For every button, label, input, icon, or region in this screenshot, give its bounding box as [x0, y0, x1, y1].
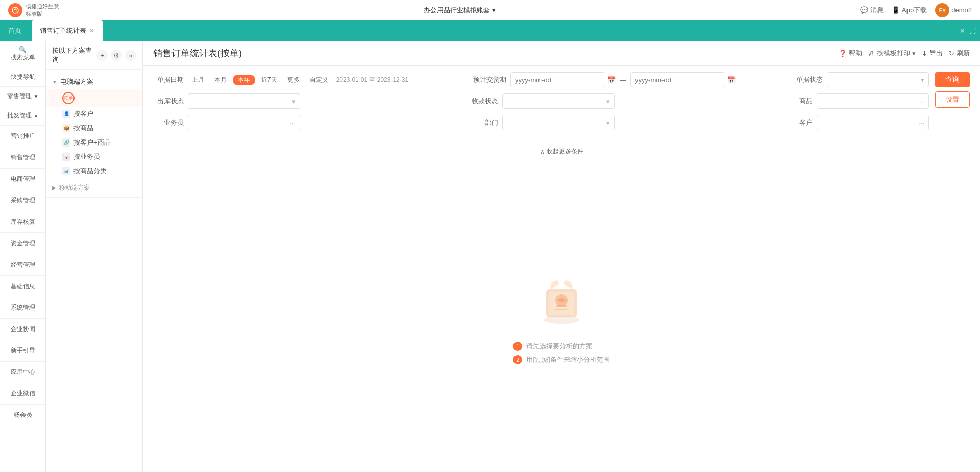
expected-date-to[interactable]: [630, 72, 725, 87]
sidebar-item-retail-label: 零售管理: [7, 92, 32, 101]
sidebar-item-ecommerce[interactable]: 电商管理: [0, 169, 45, 190]
sidebar-search-label: 搜索菜单: [4, 53, 41, 62]
logo-text: 畅捷通好生意 标准版: [26, 3, 59, 17]
collapse-btn[interactable]: ∧ 收起更多条件: [540, 147, 583, 156]
top-bar-right: 💬 消息 📱 App下载 Ea demo2: [860, 3, 972, 17]
sidebar-item-apps[interactable]: 应用中心: [0, 362, 45, 383]
tree-item-by-staff-label: 按业务员: [74, 152, 100, 161]
sidebar-item-wechat[interactable]: 企业微信: [0, 383, 45, 405]
sidebar-item-basic[interactable]: 基础信息: [0, 276, 45, 297]
sidebar-item-system[interactable]: 系统管理: [0, 297, 45, 319]
empty-state: 1 请先选择要分析的方案 2 用[过滤]条件来缩小分析范围: [143, 160, 980, 472]
status-select[interactable]: ▾: [827, 72, 929, 87]
dept-select[interactable]: ▾: [502, 115, 615, 130]
setting-button[interactable]: 设置: [935, 91, 970, 108]
help-btn[interactable]: ❓ 帮助: [839, 49, 862, 58]
sidebar-item-operations[interactable]: 经营管理: [0, 254, 45, 276]
tab-home[interactable]: 首页: [0, 20, 30, 41]
tree-item-by-customer[interactable]: 👤 按客户: [46, 107, 142, 121]
by-staff-icon: 📊: [62, 153, 70, 161]
left-panel-header: 按以下方案查询 + ⚙ «: [46, 41, 142, 70]
sidebar-item-inventory-label: 库存核算: [11, 218, 35, 225]
date-btn-this-month[interactable]: 本月: [210, 75, 231, 85]
sidebar-item-member[interactable]: 畅会员: [0, 405, 45, 426]
sidebar-item-inventory[interactable]: 库存核算: [0, 211, 45, 233]
tree-desktop-section[interactable]: ▼ 电脑端方案: [46, 74, 142, 89]
tree-item-by-order[interactable]: 按单: [46, 89, 142, 107]
export-icon: ⬇: [922, 50, 927, 57]
staff-label: 业务员: [153, 118, 184, 127]
sidebar-item-guide[interactable]: 新手引导: [0, 340, 45, 362]
staff-select[interactable]: ···: [188, 115, 300, 130]
ship-status-select[interactable]: ▾: [188, 93, 300, 109]
search-button[interactable]: 查询: [935, 72, 970, 87]
tab-sales-stats[interactable]: 销售订单统计表 ✕: [32, 20, 103, 41]
date-btn-last-month[interactable]: 上月: [188, 75, 208, 85]
message-btn[interactable]: 💬 消息: [860, 6, 884, 15]
app-download-btn[interactable]: 📱 App下载: [892, 6, 927, 15]
sidebar-item-retail[interactable]: 零售管理 ▼: [0, 87, 45, 106]
sidebar-item-enterprise-label: 企业协同: [11, 325, 35, 333]
tree-section: ▼ 电脑端方案 按单 👤 按客户 📦 按商品: [46, 70, 142, 202]
panel-collapse-btn[interactable]: «: [125, 50, 136, 61]
sidebar-item-wholesale[interactable]: 批发管理 ▲: [0, 106, 45, 126]
payment-arrow: ▾: [606, 98, 610, 105]
sidebar-item-sales[interactable]: 销售管理: [0, 147, 45, 169]
sidebar-item-marketing-label: 营销推广: [11, 132, 35, 139]
page-title-row: 销售订单统计表(按单) ❓ 帮助 🖨 按模板打印 ▾ ⬇: [153, 47, 970, 59]
calendar-icon-from[interactable]: 📅: [607, 76, 616, 84]
customer-select[interactable]: ···: [817, 115, 929, 130]
username: demo2: [951, 6, 972, 14]
date-btn-custom[interactable]: 自定义: [306, 75, 332, 85]
workspace-selector[interactable]: 办公用品行业模拟账套 ▾: [424, 6, 496, 15]
dept-label: 部门: [468, 118, 498, 127]
sidebar-item-purchase[interactable]: 采购管理: [0, 190, 45, 211]
user-profile[interactable]: Ea demo2: [935, 3, 972, 17]
retail-arrow-icon: ▼: [34, 93, 39, 99]
sidebar-quick-nav-label: 快捷导航: [11, 73, 35, 80]
customer-arrow: ···: [919, 119, 924, 127]
tree-item-by-category[interactable]: ⊞ 按商品分类: [46, 164, 142, 178]
product-select[interactable]: ···: [817, 93, 929, 109]
sidebar-item-marketing[interactable]: 营销推广: [0, 126, 45, 147]
collapse-label: 收起更多条件: [547, 147, 583, 156]
window-maximize-btn[interactable]: ⛶: [969, 27, 976, 35]
by-product-icon: 📦: [62, 124, 70, 132]
download-icon: 📱: [892, 6, 900, 14]
collapse-icon: ∧: [540, 148, 545, 155]
tab-close-icon[interactable]: ✕: [89, 27, 94, 34]
print-dropdown-icon[interactable]: ▾: [912, 50, 916, 57]
window-close-btn[interactable]: ✕: [960, 27, 965, 35]
message-icon: 💬: [860, 6, 868, 14]
tree-item-by-staff[interactable]: 📊 按业务员: [46, 150, 142, 164]
page-header: 销售订单统计表(按单) ❓ 帮助 🖨 按模板打印 ▾ ⬇: [143, 41, 980, 66]
top-bar: 畅捷通好生意 标准版 办公用品行业模拟账套 ▾ 💬 消息 📱 App下载 Ea …: [0, 0, 980, 20]
sidebar-quick-nav[interactable]: 快捷导航: [0, 67, 45, 87]
export-btn[interactable]: ⬇ 导出: [922, 49, 943, 58]
sidebar-search[interactable]: 🔍 搜索菜单: [0, 41, 45, 67]
sidebar-item-operations-label: 经营管理: [11, 261, 35, 268]
date-btn-more[interactable]: 更多: [283, 75, 304, 85]
date-btn-7days[interactable]: 近7天: [257, 75, 281, 85]
right-content: 销售订单统计表(按单) ❓ 帮助 🖨 按模板打印 ▾ ⬇: [143, 41, 980, 472]
customer-label: 客户: [782, 118, 813, 127]
tree-item-by-product[interactable]: 📦 按商品: [46, 121, 142, 135]
calendar-icon-to[interactable]: 📅: [727, 76, 736, 84]
scheme-settings-btn[interactable]: ⚙: [111, 50, 122, 61]
refresh-btn[interactable]: ↻ 刷新: [949, 49, 970, 58]
sidebar-item-basic-label: 基础信息: [11, 282, 35, 290]
date-btn-this-year[interactable]: 本年: [233, 75, 255, 85]
add-scheme-btn[interactable]: +: [96, 50, 108, 61]
sidebar-item-finance[interactable]: 资金管理: [0, 233, 45, 254]
tab-bar-right: ✕ ⛶: [960, 27, 980, 35]
tree-item-by-customer-product[interactable]: 🔗 按客户+商品: [46, 135, 142, 150]
sidebar-item-ecommerce-label: 电商管理: [11, 175, 35, 182]
print-btn[interactable]: 🖨 按模板打印 ▾: [868, 49, 916, 58]
expected-date-from[interactable]: [510, 72, 605, 87]
workspace-dropdown-icon[interactable]: ▾: [492, 6, 496, 14]
expected-date-from-group: 📅: [510, 72, 616, 87]
payment-status-select[interactable]: ▾: [502, 93, 615, 109]
sidebar-item-enterprise[interactable]: 企业协同: [0, 319, 45, 340]
tree-mobile-section[interactable]: ▶ 移动端方案: [46, 178, 142, 198]
by-customer-icon: 👤: [62, 110, 70, 118]
